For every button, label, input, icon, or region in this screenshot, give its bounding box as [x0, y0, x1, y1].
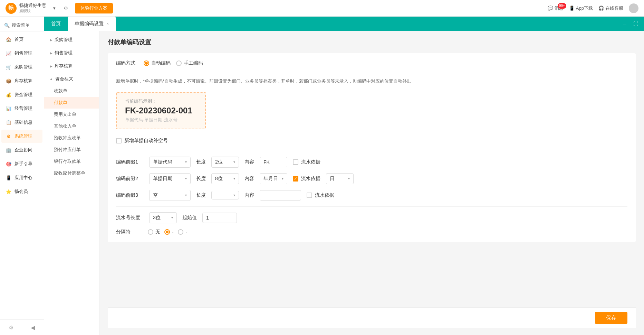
submenu-item-prepay-receivable[interactable]: 预收冲应收单 — [44, 132, 99, 144]
prefix2-content-select[interactable]: 年月日 ▾ — [260, 173, 287, 184]
sep-none-radio[interactable]: 无 — [148, 229, 160, 235]
prefix3-serial-label: 流水依据 — [315, 192, 334, 198]
online-service-button[interactable]: 🎧 在线客服 — [598, 5, 623, 11]
message-button[interactable]: 💬 消息 99+ — [548, 5, 564, 11]
system-icon: ⚙ — [6, 133, 12, 139]
submenu-item-label: 银行存取款单 — [54, 159, 81, 164]
tab-home[interactable]: 首页 — [44, 17, 68, 31]
submenu-item-label: 付款单 — [54, 100, 67, 105]
prefix3-length-select[interactable]: ▾ — [211, 191, 239, 199]
prefix1-content-input[interactable] — [260, 157, 287, 167]
sep-dash-radio[interactable]: - — [164, 229, 174, 235]
dropdown-nav[interactable]: ▾ — [50, 4, 58, 12]
prefix2-length-select[interactable]: 8位 ▾ — [211, 173, 239, 184]
sidebar-item-apps[interactable]: 📱 应用中心 — [1, 171, 42, 184]
coding-settings-card: 编码方式 自动编码 手工编码 — [108, 53, 636, 242]
manual-code-radio[interactable]: 手工编码 — [176, 60, 203, 66]
sidebar-search[interactable]: 🔍 搜索菜单 — [0, 19, 44, 31]
sidebar-item-operation[interactable]: 📊 经营管理 — [1, 102, 42, 115]
prefix1-serial-checkbox[interactable] — [293, 159, 298, 165]
sidebar-item-system[interactable]: ⚙ 系统管理 — [1, 130, 42, 143]
save-button[interactable]: 保存 — [595, 312, 627, 324]
manual-code-radio-circle[interactable] — [176, 61, 182, 66]
sidebar-item-label: 基础信息 — [15, 119, 32, 125]
auto-code-radio-circle[interactable] — [144, 61, 149, 66]
sidebar-collapse-btn[interactable]: ◀ — [28, 323, 38, 332]
sidebar-bottom: ⚙ ◀ — [0, 319, 44, 335]
submenu-item-receipt[interactable]: 收款单 — [44, 85, 99, 97]
sales-icon: 📈 — [6, 50, 12, 56]
submenu-item-income[interactable]: 其他收入单 — [44, 120, 99, 132]
prefix3-serial-checkbox[interactable] — [307, 193, 312, 198]
prefix1-length-select[interactable]: 2位 ▾ — [211, 157, 239, 168]
prefix1-select[interactable]: 单据代码 ▾ — [149, 157, 191, 168]
prefix2-value: 单据日期 — [153, 176, 172, 182]
prefix2-content-value: 年月日 — [263, 176, 278, 182]
sidebar-item-company[interactable]: 🏢 企业协同 — [1, 143, 42, 157]
prefix2-serial-checkbox[interactable]: ✓ — [293, 176, 298, 182]
auto-fill-checkbox[interactable] — [116, 138, 122, 143]
submenu-group-title-sales[interactable]: ▶ 销售管理 — [44, 47, 99, 59]
sidebar-item-label: 销售管理 — [15, 50, 32, 56]
logo-badge: 旗舰版 — [19, 8, 46, 13]
settings-nav[interactable]: ⚙ — [61, 4, 71, 12]
sep-dash-circle[interactable] — [164, 229, 170, 235]
prefix1-value: 单据代码 — [153, 159, 172, 165]
app-download-button[interactable]: 📱 App下载 — [569, 5, 593, 11]
sep-none-label: 无 — [155, 229, 160, 235]
sidebar-item-purchase[interactable]: 🛒 采购管理 — [1, 61, 42, 74]
submenu-group-title-purchase[interactable]: ▶ 采购管理 — [44, 34, 99, 46]
tab-close-icon[interactable]: × — [106, 21, 109, 26]
auto-fill-row: 新增单据自动补空号 — [116, 138, 627, 144]
prefix3-select[interactable]: 空 ▾ — [149, 190, 191, 201]
user-avatar[interactable] — [629, 3, 638, 13]
info-text: 新增单据时，*单据编码*自动生成，不可编辑。前缀设置为部门、业务员等档案类，开单… — [116, 78, 627, 85]
tab-minimize-btn[interactable]: ─ — [621, 20, 629, 28]
prefix2-length-value: 8位 — [215, 176, 223, 182]
sep-none-circle[interactable] — [148, 229, 153, 235]
sidebar-item-fund[interactable]: 💰 资金管理 — [1, 88, 42, 101]
start-value-input[interactable] — [202, 213, 237, 223]
service-icon: 🎧 — [598, 6, 604, 11]
submenu-group-title-inventory[interactable]: ▶ 库存核算 — [44, 60, 99, 72]
serial-length-select[interactable]: 3位 ▾ — [149, 212, 177, 223]
avatar-image — [629, 3, 638, 13]
submenu-item-ap-adjust[interactable]: 应收应付调整单 — [44, 167, 99, 179]
sidebar-item-member[interactable]: ⭐ 畅会员 — [1, 185, 42, 198]
manual-code-label: 手工编码 — [184, 60, 203, 66]
submenu-group-title-fund[interactable]: ▼ 资金往来 — [44, 73, 99, 85]
sidebar-item-sales[interactable]: 📈 销售管理 — [1, 47, 42, 60]
prefix2-content-arrow: ▾ — [282, 177, 283, 180]
submenu-item-payment[interactable]: 付款单 — [44, 97, 99, 109]
content-main: ▶ 采购管理 ▶ 销售管理 ▶ 库存核算 — [44, 31, 644, 335]
sidebar-item-basic[interactable]: 📋 基础信息 — [1, 116, 42, 129]
trial-button[interactable]: 体验行业方案 — [75, 3, 113, 13]
sidebar-item-label: 畅会员 — [15, 188, 28, 195]
submenu-item-expense[interactable]: 费用支出单 — [44, 109, 99, 120]
prefix3-content-input[interactable] — [260, 190, 301, 201]
sidebar-settings-btn[interactable]: ⚙ — [6, 323, 16, 332]
submenu-item-bank[interactable]: 银行存取款单 — [44, 156, 99, 167]
sidebar-item-label: 经营管理 — [15, 105, 32, 112]
prefix3-row: 编码前缀3 空 ▾ 长度 ▾ 内容 — [116, 190, 627, 201]
sep-dot-circle[interactable] — [178, 229, 183, 235]
sep-dot-radio[interactable]: · — [178, 229, 187, 235]
preview-box: 当前编码示例： FK-20230602-001 单据代码-单据日期-流水号 — [116, 92, 206, 129]
submenu-group-label: 销售管理 — [55, 50, 73, 56]
submenu-item-prepay-payable[interactable]: 预付冲应付单 — [44, 144, 99, 156]
page-title: 付款单编码设置 — [108, 38, 636, 46]
auto-code-radio[interactable]: 自动编码 — [144, 60, 171, 66]
sidebar-item-home[interactable]: 🏠 首页 — [1, 33, 42, 46]
tab-maximize-btn[interactable]: ⛶ — [632, 20, 640, 28]
prefix2-select[interactable]: 单据日期 ▾ — [149, 173, 191, 184]
sidebar-item-inventory[interactable]: 📦 库存核算 — [1, 74, 42, 87]
prefix2-serial-unit-select[interactable]: 日 ▾ — [326, 173, 354, 184]
separator-row: 分隔符 无 - · — [116, 229, 627, 235]
preview-desc: 单据代码-单据日期-流水号 — [125, 117, 197, 123]
tab-active[interactable]: 单据编码设置 × — [68, 17, 116, 31]
sidebar-item-guide[interactable]: 🎯 新手引导 — [1, 157, 42, 170]
arrow-icon: ▶ — [50, 51, 52, 55]
auto-code-label: 自动编码 — [151, 60, 171, 66]
prefix1-arrow-icon: ▾ — [185, 160, 187, 164]
service-label: 在线客服 — [605, 5, 623, 11]
